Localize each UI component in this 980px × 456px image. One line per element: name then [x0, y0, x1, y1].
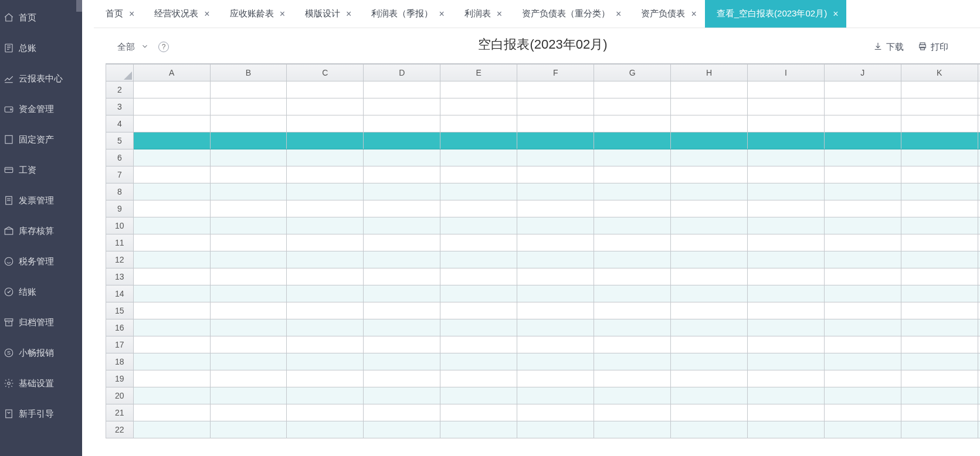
- cell[interactable]: [901, 149, 978, 166]
- tab[interactable]: 利润表（季报）×: [360, 0, 452, 28]
- cell[interactable]: [364, 302, 440, 319]
- close-icon[interactable]: ×: [616, 9, 621, 19]
- cell[interactable]: [671, 98, 748, 115]
- cell[interactable]: [364, 132, 440, 149]
- cell[interactable]: [824, 98, 901, 115]
- sidebar-item-tax[interactable]: 税务管理: [0, 246, 82, 277]
- cell[interactable]: [440, 149, 517, 166]
- cell[interactable]: [517, 98, 594, 115]
- cell[interactable]: [287, 319, 364, 336]
- cell[interactable]: [824, 149, 901, 166]
- cell[interactable]: [671, 200, 748, 217]
- cell[interactable]: [747, 336, 824, 353]
- cell[interactable]: [287, 234, 364, 251]
- cell[interactable]: [517, 234, 594, 251]
- cell[interactable]: [594, 319, 671, 336]
- sidebar-item-settings[interactable]: 基础设置: [0, 368, 82, 399]
- row-header[interactable]: 2: [106, 81, 134, 98]
- cell[interactable]: [671, 353, 748, 370]
- cell[interactable]: [747, 251, 824, 268]
- cell[interactable]: [133, 166, 210, 183]
- row-header[interactable]: 13: [106, 268, 134, 285]
- cell[interactable]: [978, 200, 980, 217]
- cell[interactable]: [824, 183, 901, 200]
- cell[interactable]: [364, 183, 440, 200]
- cell[interactable]: [287, 98, 364, 115]
- cell[interactable]: [440, 387, 517, 404]
- help-icon[interactable]: ?: [158, 42, 169, 52]
- cell[interactable]: [978, 132, 980, 149]
- cell[interactable]: [747, 115, 824, 132]
- cell[interactable]: [594, 183, 671, 200]
- row-header[interactable]: 18: [106, 353, 134, 370]
- cell[interactable]: [517, 217, 594, 234]
- cell[interactable]: [671, 234, 748, 251]
- sidebar-item-stock[interactable]: 库存核算: [0, 216, 82, 246]
- close-icon[interactable]: ×: [833, 9, 838, 19]
- cell[interactable]: [824, 166, 901, 183]
- cell[interactable]: [594, 302, 671, 319]
- cell[interactable]: [210, 353, 287, 370]
- cell[interactable]: [671, 387, 748, 404]
- sidebar-item-pay[interactable]: 工资: [0, 155, 82, 185]
- cell[interactable]: [440, 234, 517, 251]
- cell[interactable]: [978, 81, 980, 98]
- cell[interactable]: [364, 285, 440, 302]
- cell[interactable]: [287, 251, 364, 268]
- cell[interactable]: [517, 421, 594, 438]
- cell[interactable]: [364, 319, 440, 336]
- cell[interactable]: [287, 302, 364, 319]
- cell[interactable]: [287, 132, 364, 149]
- cell[interactable]: [440, 319, 517, 336]
- cell[interactable]: [901, 285, 978, 302]
- cell[interactable]: [517, 115, 594, 132]
- sidebar-item-archive[interactable]: 归档管理: [0, 307, 82, 338]
- cell[interactable]: [517, 285, 594, 302]
- row-header[interactable]: 8: [106, 183, 134, 200]
- cell[interactable]: [517, 302, 594, 319]
- cell[interactable]: [210, 370, 287, 387]
- cell[interactable]: [440, 302, 517, 319]
- cell[interactable]: [440, 183, 517, 200]
- cell[interactable]: [364, 353, 440, 370]
- sidebar-item-wallet[interactable]: 资金管理: [0, 94, 82, 124]
- cell[interactable]: [133, 132, 210, 149]
- cell[interactable]: [210, 387, 287, 404]
- cell[interactable]: [210, 149, 287, 166]
- row-header[interactable]: 11: [106, 234, 134, 251]
- cell[interactable]: [594, 370, 671, 387]
- cell[interactable]: [364, 234, 440, 251]
- cell[interactable]: [517, 353, 594, 370]
- row-header[interactable]: 17: [106, 336, 134, 353]
- cell[interactable]: [901, 217, 978, 234]
- row-header[interactable]: 10: [106, 217, 134, 234]
- cell[interactable]: [824, 370, 901, 387]
- cell[interactable]: [133, 285, 210, 302]
- row-header[interactable]: 12: [106, 251, 134, 268]
- cell[interactable]: [440, 404, 517, 421]
- cell[interactable]: [287, 149, 364, 166]
- sidebar-item-building[interactable]: 固定资产: [0, 124, 82, 155]
- select-all-corner[interactable]: [106, 64, 134, 81]
- cell[interactable]: [824, 302, 901, 319]
- cell[interactable]: [440, 98, 517, 115]
- cell[interactable]: [594, 353, 671, 370]
- column-header[interactable]: K: [901, 64, 978, 81]
- column-header[interactable]: [978, 64, 980, 81]
- cell[interactable]: [824, 200, 901, 217]
- row-header[interactable]: 21: [106, 404, 134, 421]
- cell[interactable]: [671, 81, 748, 98]
- cell[interactable]: [671, 183, 748, 200]
- cell[interactable]: [364, 404, 440, 421]
- cell[interactable]: [210, 183, 287, 200]
- sidebar-item-invoice[interactable]: 发票管理: [0, 185, 82, 216]
- cell[interactable]: [133, 404, 210, 421]
- cell[interactable]: [824, 319, 901, 336]
- close-icon[interactable]: ×: [346, 9, 351, 19]
- cell[interactable]: [901, 302, 978, 319]
- tab[interactable]: 利润表×: [453, 0, 510, 28]
- cell[interactable]: [287, 200, 364, 217]
- cell[interactable]: [901, 115, 978, 132]
- cell[interactable]: [287, 404, 364, 421]
- cell[interactable]: [747, 183, 824, 200]
